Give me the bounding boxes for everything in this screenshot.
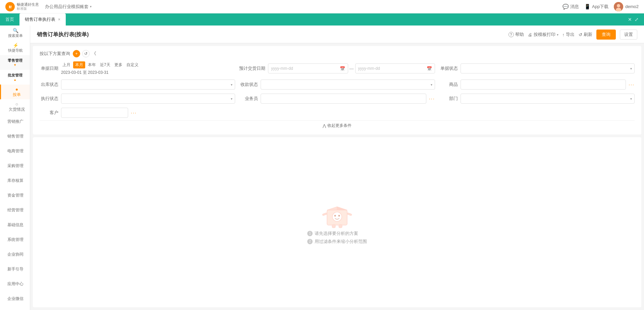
company-selector[interactable]: 办公用品行业模拟账套 ▾ xyxy=(42,2,94,11)
message-action[interactable]: 💬 消息 xyxy=(562,4,579,10)
empty-state-illustration xyxy=(320,198,354,225)
user-area[interactable]: demo2 xyxy=(614,2,639,11)
page-header: 销售订单执行表(按单) ? 帮助 🖨 按模板打印 ▾ ↑ 导出 ↺ 刷新 xyxy=(30,25,644,43)
product-field: 商品 ··· xyxy=(439,80,635,90)
main-content-area: 1 请先选择要分析的方案 2 用过滤条件来缩小分析范围 xyxy=(33,137,641,307)
filter-panel: 按以下方案查询 + ↺ 《 单据日期 上月 本月 本年 xyxy=(33,46,641,135)
sidebar-item-order[interactable]: ● 按单 xyxy=(0,85,30,99)
sidebar-item-wechat[interactable]: 企业微信 xyxy=(0,291,30,306)
collapse-more-button[interactable]: ⋀ 收起更多条件 xyxy=(40,120,635,131)
help-button[interactable]: ? 帮助 xyxy=(508,32,524,38)
svg-text:财: 财 xyxy=(8,5,12,9)
ship-status-select[interactable] xyxy=(61,80,235,90)
message-label: 消息 xyxy=(570,4,579,10)
btn-this-year[interactable]: 本年 xyxy=(87,61,97,68)
sidebar-item-marketing[interactable]: 营销推广 xyxy=(0,114,30,129)
main-layout: 🔍 搜索菜单 ⚡ 快捷导航 零售管理 ▾ 批发管理 ▴ ● 按单 ○ 欠货情况 … xyxy=(0,25,644,310)
tab-close-icon[interactable]: × xyxy=(58,17,60,22)
sidebar-item-apps[interactable]: 应用中心 xyxy=(0,276,30,291)
top-header: 财 畅捷通好生意 标准版 办公用品行业模拟账套 ▾ 💬 消息 📱 App下载 xyxy=(0,0,644,13)
scheme-actions: + ↺ 《 xyxy=(73,50,96,57)
logo-area: 财 畅捷通好生意 标准版 xyxy=(5,2,39,11)
search-button[interactable]: 查询 xyxy=(596,30,616,40)
btn-more[interactable]: 更多 xyxy=(113,61,124,68)
template-print-button[interactable]: 🖨 按模板打印 ▾ xyxy=(528,32,558,38)
exec-status-select[interactable] xyxy=(61,94,235,104)
page-header-actions: ? 帮助 🖨 按模板打印 ▾ ↑ 导出 ↺ 刷新 查询 设置 xyxy=(508,30,638,40)
status-select[interactable] xyxy=(461,63,635,73)
btn-this-month[interactable]: 本月 xyxy=(73,61,85,68)
tab-bar: 首页 销售订单执行表 × ✕ ⤢ xyxy=(0,13,644,25)
empty-state-tips: 1 请先选择要分析的方案 2 用过滤条件来缩小分析范围 xyxy=(307,230,367,247)
tab-sales-order[interactable]: 销售订单执行表 × xyxy=(19,13,66,25)
sidebar-item-retail[interactable]: 零售管理 ▾ xyxy=(0,55,30,70)
exec-status-field: 执行状态 ▾ xyxy=(40,94,235,104)
sidebar-item-system[interactable]: 系统管理 xyxy=(0,232,30,247)
expected-date-start-input[interactable]: yyyy-mm-dd 📅 xyxy=(268,63,348,73)
sidebar-item-newuser[interactable]: 新手引导 xyxy=(0,262,30,276)
header-right: 💬 消息 📱 App下载 demo2 xyxy=(562,2,639,11)
tip-num-1: 1 xyxy=(307,231,313,236)
collect-status-field: 收款状态 ▾ xyxy=(239,80,435,90)
sidebar-item-ecommerce[interactable]: 电商管理 xyxy=(0,144,30,158)
app-download-action[interactable]: 📱 App下载 xyxy=(584,4,608,10)
sidebar-search-menu[interactable]: 🔍 搜索菜单 xyxy=(0,25,30,40)
header-left: 财 畅捷通好生意 标准版 办公用品行业模拟账套 ▾ xyxy=(5,2,94,11)
search-menu-icon: 🔍 xyxy=(13,28,18,33)
expected-date-end-input[interactable]: yyyy-mm-dd 📅 xyxy=(355,63,435,73)
customer-label: 客户 xyxy=(40,110,58,116)
message-icon: 💬 xyxy=(562,4,569,10)
export-button[interactable]: ↑ 导出 xyxy=(562,32,575,38)
sidebar-item-finance[interactable]: 资金管理 xyxy=(0,188,30,203)
order-circle-icon: ● xyxy=(15,87,18,92)
svg-point-9 xyxy=(334,215,336,216)
sidebar-item-member[interactable]: 畅会员 xyxy=(0,306,30,310)
add-scheme-button[interactable]: + xyxy=(73,50,80,57)
retail-arrow-icon: ▾ xyxy=(14,63,16,67)
date-quick-buttons: 上月 本月 本年 近7天 更多 自定义 xyxy=(61,61,235,68)
sidebar-item-inventory[interactable]: 库存核算 xyxy=(0,173,30,188)
sidebar-item-debt[interactable]: ○ 欠货情况 xyxy=(0,99,30,114)
exec-status-select-wrapper: ▾ xyxy=(61,94,235,104)
filter-row-3: 执行状态 ▾ 业务员 ··· 部门 xyxy=(40,94,635,104)
sidebar-item-basic[interactable]: 基础信息 xyxy=(0,217,30,232)
btn-last-7-days[interactable]: 近7天 xyxy=(99,61,112,68)
product-more-button[interactable]: ··· xyxy=(629,82,635,87)
date-label: 单据日期 xyxy=(40,65,58,71)
quick-nav-icon: ⚡ xyxy=(13,43,18,48)
print-icon: 🖨 xyxy=(528,32,532,37)
svg-point-8 xyxy=(332,212,342,221)
btn-last-month[interactable]: 上月 xyxy=(61,61,72,68)
sidebar-item-enterprise[interactable]: 企业协同 xyxy=(0,247,30,262)
expected-date-label: 预计交货日期 xyxy=(239,65,265,71)
salesman-input[interactable] xyxy=(261,94,426,104)
refresh-icon: ↺ xyxy=(579,32,582,37)
close-window-icon[interactable]: ✕ xyxy=(628,17,632,22)
sidebar-item-operations[interactable]: 经营管理 xyxy=(0,203,30,217)
status-select-wrapper: ▾ xyxy=(461,63,635,73)
ship-status-field: 出库状态 ▾ xyxy=(40,80,235,90)
refresh-button[interactable]: ↺ 刷新 xyxy=(579,32,592,38)
collect-status-select[interactable] xyxy=(261,80,435,90)
salesman-more-button[interactable]: ··· xyxy=(429,96,435,101)
tab-home[interactable]: 首页 xyxy=(0,13,19,25)
btn-custom[interactable]: 自定义 xyxy=(125,61,140,68)
settings-button[interactable]: 设置 xyxy=(620,30,637,40)
collapse-scheme-button[interactable]: 《 xyxy=(92,51,96,57)
collect-status-select-wrapper: ▾ xyxy=(261,80,435,90)
product-input[interactable] xyxy=(461,80,626,90)
customer-more-button[interactable]: ··· xyxy=(131,110,137,115)
ship-status-label: 出库状态 xyxy=(40,82,58,88)
sidebar-item-wholesale[interactable]: 批发管理 ▴ xyxy=(0,70,30,85)
dept-select[interactable] xyxy=(461,94,635,104)
sidebar-item-sales[interactable]: 销售管理 xyxy=(0,129,30,144)
expected-date-field: 预计交货日期 yyyy-mm-dd 📅 — yyyy-mm-dd 📅 xyxy=(239,63,435,73)
user-avatar xyxy=(614,2,623,11)
refresh-scheme-button[interactable]: ↺ xyxy=(82,50,90,57)
sidebar-item-purchase[interactable]: 采购管理 xyxy=(0,158,30,173)
sidebar-quick-nav[interactable]: ⚡ 快捷导航 xyxy=(0,40,30,55)
wholesale-arrow-icon: ▴ xyxy=(14,78,16,82)
customer-input[interactable] xyxy=(61,108,128,118)
expand-window-icon[interactable]: ⤢ xyxy=(635,17,639,22)
date-range-display: 2023-03-01 至 2023-03-31 xyxy=(61,70,235,75)
